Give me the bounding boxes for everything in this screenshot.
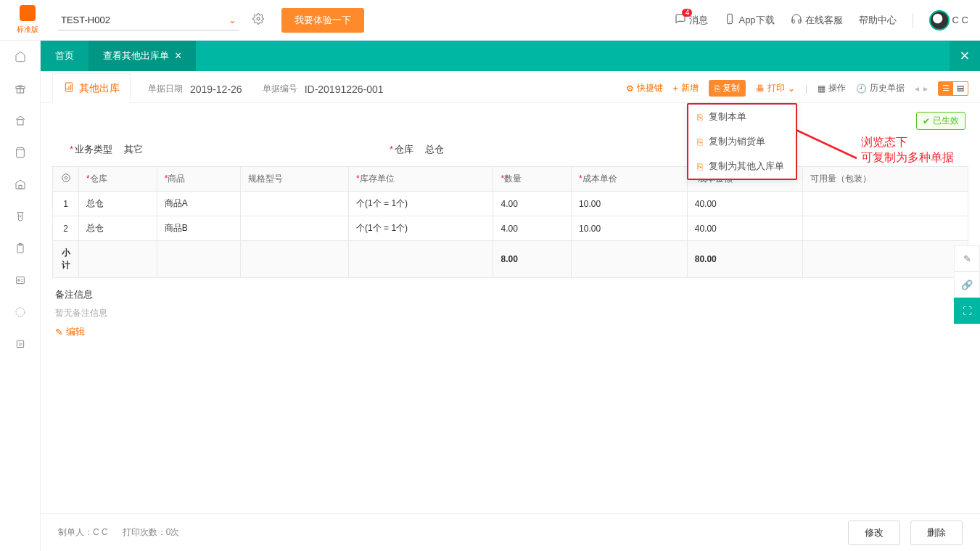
field-warehouse: *仓库 总仓 (390, 143, 444, 156)
creator-info: 制单人：C C (58, 526, 108, 539)
grid-icon: ▦ (818, 83, 825, 94)
float-link-icon[interactable]: 🔗 (954, 272, 980, 298)
col-available: 可用量（包装） (803, 167, 968, 192)
copy-to-other-inbound[interactable]: ⎘ 复制为其他入库单 (688, 154, 796, 179)
shortcuts-button[interactable]: ⚙ 快捷键 (626, 82, 663, 94)
nav-more-icon[interactable] (13, 305, 28, 319)
notes-empty: 暂无备注信息 (55, 307, 965, 319)
float-rail: ✎ 🔗 ⛶ (954, 245, 980, 324)
user-menu[interactable]: C C (929, 10, 968, 30)
copy-icon: ⎘ (697, 161, 703, 172)
col-unit: *库存单位 (349, 167, 493, 192)
print-button[interactable]: 🖶 打印 ⌄ (756, 82, 795, 94)
table-row[interactable]: 2 总仓 商品B 个(1个 = 1个) 4.00 10.00 40.00 (53, 216, 968, 241)
svg-rect-6 (17, 120, 23, 125)
settings-icon[interactable] (252, 13, 264, 27)
col-cost-price: *成本单价 (572, 167, 688, 192)
notes-section: 备注信息 暂无备注信息 ✎ 编辑 (41, 278, 980, 348)
nav-bag-icon[interactable] (13, 145, 28, 160)
float-note-icon[interactable]: ✎ (954, 245, 980, 272)
customer-service-link[interactable]: 在线客服 (791, 13, 843, 27)
logo-edition: 标准版 (12, 25, 44, 35)
doc-no-label: 单据编号 (263, 83, 297, 95)
close-icon[interactable]: × (175, 49, 181, 62)
modify-button[interactable]: 修改 (848, 521, 900, 545)
col-spec: 规格型号 (240, 167, 349, 192)
app-download-label: App下载 (738, 14, 774, 27)
nav-clipboard-icon[interactable] (13, 241, 28, 256)
messages-badge: 4 (682, 9, 692, 17)
svg-point-24 (65, 176, 67, 179)
nav-home-icon[interactable] (13, 49, 28, 64)
trial-button[interactable]: 我要体验一下 (281, 8, 364, 33)
page-title: 其他出库 (79, 82, 120, 95)
help-label: 帮助中心 (859, 14, 897, 27)
card-header: 其他出库 单据日期 2019-12-26 单据编号 ID-20191226-00… (41, 71, 980, 103)
messages-label: 消息 (689, 14, 708, 27)
tab-view-other-outbound[interactable]: 查看其他出库单 × (88, 41, 196, 71)
nav-id-icon[interactable] (13, 273, 28, 287)
org-selector[interactable]: TEST-H002 ⌄ (58, 10, 239, 30)
copy-button[interactable]: ⎘ 复制 (709, 80, 746, 97)
tab-active-label: 查看其他出库单 (103, 49, 169, 62)
nav-new-icon[interactable]: 新 (13, 337, 28, 351)
svg-point-25 (62, 174, 70, 182)
col-product: *商品 (157, 167, 240, 192)
page-title-tab: 其他出库 (52, 73, 131, 103)
footer: 制单人：C C 打印次数：0次 修改 删除 (41, 513, 980, 551)
nav-gift-icon[interactable] (13, 81, 28, 96)
field-biz-type: *业务类型 其它 (70, 143, 143, 156)
copy-to-sales-order[interactable]: ⎘ 复制为销货单 (688, 129, 796, 154)
history-button[interactable]: 🕘 历史单据 (856, 82, 905, 94)
avatar (929, 10, 950, 30)
svg-point-16 (16, 308, 25, 317)
svg-rect-8 (19, 185, 22, 189)
nav-house-icon[interactable] (13, 113, 28, 128)
nav-money-icon[interactable]: ¥ (13, 209, 28, 224)
svg-text:¥: ¥ (19, 214, 21, 219)
logo-icon (20, 5, 36, 21)
app-download-link[interactable]: App下载 (724, 13, 774, 27)
operation-button[interactable]: ▦ 操作 (818, 82, 846, 94)
next-icon[interactable]: ▸ (923, 83, 928, 94)
print-icon: 🖶 (756, 83, 765, 94)
service-label: 在线客服 (805, 14, 843, 27)
col-settings[interactable] (53, 167, 79, 192)
help-center-link[interactable]: 帮助中心 (859, 14, 897, 27)
status-badge: ✔ 已生效 (916, 112, 965, 130)
pager: ◂ ▸ (915, 83, 928, 94)
layout-toggle: ☰ ▤ (938, 81, 968, 96)
logo: 标准版 (12, 5, 44, 35)
layout-grid-icon[interactable]: ▤ (953, 82, 968, 95)
add-button[interactable]: + 新增 (673, 82, 699, 94)
edit-notes-button[interactable]: ✎ 编辑 (55, 325, 965, 338)
copy-this-doc[interactable]: ⎘ 复制本单 (688, 105, 796, 129)
fields-row: *业务类型 其它 *仓库 总仓 (41, 130, 980, 166)
col-qty: *数量 (493, 167, 572, 192)
separator: | (805, 83, 807, 94)
top-header: 标准版 TEST-H002 ⌄ 我要体验一下 4 消息 App下载 (0, 0, 980, 41)
nav-warehouse-icon[interactable] (13, 177, 28, 192)
edit-icon: ✎ (55, 327, 63, 338)
check-icon: ✔ (923, 116, 930, 126)
items-table: *仓库 *商品 规格型号 *库存单位 *数量 *成本单价 *成本金额 可用量（包… (52, 166, 968, 278)
keyboard-icon: ⚙ (626, 83, 634, 94)
delete-button[interactable]: 删除 (910, 521, 963, 545)
tabs-close-all[interactable]: × (950, 41, 980, 71)
messages-link[interactable]: 4 消息 (675, 13, 708, 27)
chevron-down-icon: ⌄ (788, 83, 795, 94)
table-row[interactable]: 1 总仓 商品A 个(1个 = 1个) 4.00 10.00 40.00 (53, 192, 968, 216)
svg-point-0 (257, 17, 260, 20)
svg-rect-1 (728, 14, 733, 23)
date-value: 2019-12-26 (190, 83, 242, 95)
plus-icon: + (673, 83, 678, 94)
headset-icon (791, 13, 802, 27)
tab-home[interactable]: 首页 (41, 41, 88, 71)
layout-list-icon[interactable]: ☰ (939, 82, 953, 95)
document-icon (63, 81, 75, 95)
float-expand-icon[interactable]: ⛶ (954, 298, 980, 324)
chevron-down-icon: ⌄ (228, 15, 236, 25)
prev-icon[interactable]: ◂ (915, 83, 919, 94)
left-nav-rail: ¥ 新 (0, 41, 41, 551)
user-name: C C (952, 15, 968, 25)
